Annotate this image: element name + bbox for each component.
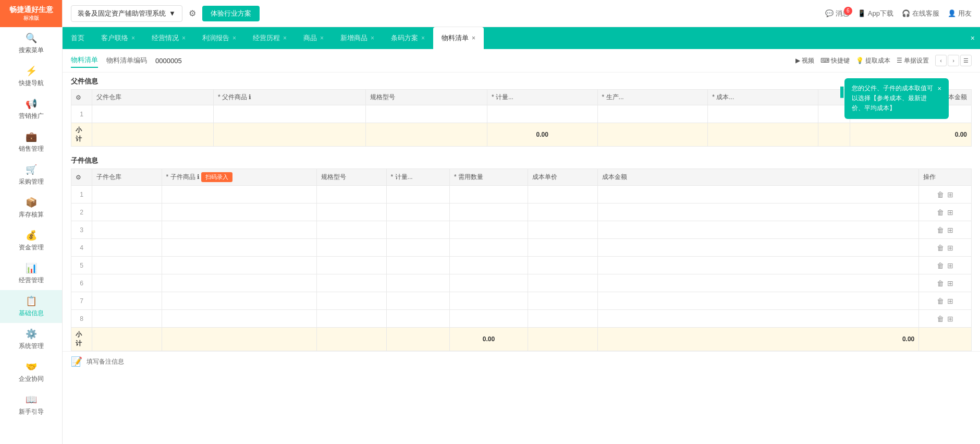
prev-arrow[interactable]: ‹ [935,55,947,66]
tab-history[interactable]: 经营历程 × [244,27,295,49]
delete-icon[interactable]: 🗑 [937,208,944,217]
sidebar-item-enterprise[interactable]: 🤝 企业协同 [0,356,62,389]
tab-close-icon[interactable]: × [472,34,475,42]
child-unit-cost-cell[interactable] [528,186,597,203]
child-goods-cell[interactable] [162,310,316,328]
child-goods-cell[interactable] [162,292,316,310]
parent-unit-cell[interactable] [487,105,597,123]
child-cost-amount-cell[interactable] [597,186,919,203]
child-goods-cell[interactable] [162,239,316,257]
child-warehouse-cell[interactable] [92,257,162,274]
child-qty-cell[interactable] [449,257,528,274]
single-settings-button[interactable]: ☰ 单据设置 [897,56,929,65]
child-unit-cell[interactable] [386,186,449,203]
child-unit-cell[interactable] [386,274,449,292]
child-unit-cost-cell[interactable] [528,274,597,292]
system-selector[interactable]: 装备及固定资产辅助管理系统 ▼ [71,5,182,22]
child-spec-cell[interactable] [316,221,386,239]
child-goods-cell[interactable] [162,221,316,239]
child-warehouse-cell[interactable] [92,221,162,239]
sidebar-item-finance[interactable]: 💰 资金管理 [0,224,62,257]
child-spec-cell[interactable] [316,239,386,257]
sidebar-item-inventory[interactable]: 📦 库存核算 [0,191,62,224]
sidebar-item-quick-nav[interactable]: ⚡ 快捷导航 [0,60,62,93]
tab-profit[interactable]: 利润报告 × [194,27,244,49]
extract-cost-button[interactable]: 💡 提取成本 [856,56,890,65]
sidebar-item-basic[interactable]: 📋 基础信息 [0,290,62,323]
delete-icon[interactable]: 🗑 [937,279,944,287]
copy-icon[interactable]: ⊞ [947,226,953,234]
child-goods-cell[interactable] [162,186,316,203]
tab-goods[interactable]: 商品 × [295,27,332,49]
sidebar-item-operation[interactable]: 📊 经营管理 [0,257,62,290]
child-col-settings[interactable]: ⚙ [71,169,92,186]
sidebar-item-guide[interactable]: 📖 新手引导 [0,389,62,422]
child-qty-cell[interactable] [449,239,528,257]
tooltip-close-button[interactable]: × [937,83,941,94]
child-spec-cell[interactable] [316,292,386,310]
child-unit-cell[interactable] [386,239,449,257]
child-goods-cell[interactable] [162,257,316,274]
child-unit-cost-cell[interactable] [528,257,597,274]
delete-icon[interactable]: 🗑 [937,226,944,234]
sidebar-item-search[interactable]: 🔍 搜索菜单 [0,27,62,60]
delete-icon[interactable]: 🗑 [937,297,944,305]
child-unit-cost-cell[interactable] [528,292,597,310]
copy-icon[interactable]: ⊞ [947,244,953,252]
child-unit-cell[interactable] [386,221,449,239]
child-unit-cost-cell[interactable] [528,239,597,257]
child-unit-cell[interactable] [386,257,449,274]
parent-production-cell[interactable] [597,105,708,123]
child-warehouse-cell[interactable] [92,310,162,328]
child-qty-cell[interactable] [449,274,528,292]
close-all-tabs-button[interactable]: × [965,34,980,42]
tab-close-icon[interactable]: × [320,34,324,42]
child-warehouse-cell[interactable] [92,274,162,292]
copy-icon[interactable]: ⊞ [947,208,953,217]
child-spec-cell[interactable] [316,310,386,328]
child-unit-cost-cell[interactable] [528,203,597,221]
online-service-button[interactable]: 🎧 在线客服 [902,9,939,18]
sidebar-item-sales[interactable]: 💼 销售管理 [0,126,62,159]
tab-operation[interactable]: 经营情况 × [143,27,194,49]
tab-close-icon[interactable]: × [182,34,186,42]
sub-tab-bom-code[interactable]: 物料清单编码 [106,54,147,67]
menu-arrow[interactable]: ☰ [960,55,972,66]
child-cost-amount-cell[interactable] [597,239,919,257]
child-cost-amount-cell[interactable] [597,221,919,239]
sidebar-item-system[interactable]: ⚙️ 系统管理 [0,323,62,356]
sidebar-item-purchase[interactable]: 🛒 采购管理 [0,159,62,191]
child-warehouse-cell[interactable] [92,292,162,310]
child-cost-amount-cell[interactable] [597,257,919,274]
parent-spec-cell[interactable] [365,105,487,123]
child-qty-cell[interactable] [449,186,528,203]
next-arrow[interactable]: › [948,55,959,66]
tab-bom[interactable]: 物料清单 × [433,27,484,49]
child-cost-amount-cell[interactable] [597,310,919,328]
child-warehouse-cell[interactable] [92,203,162,221]
experience-btn[interactable]: 体验行业方案 [202,6,260,21]
child-cost-amount-cell[interactable] [597,292,919,310]
child-warehouse-cell[interactable] [92,239,162,257]
child-unit-cell[interactable] [386,292,449,310]
tab-customer[interactable]: 客户联络 × [93,27,143,49]
child-spec-cell[interactable] [316,274,386,292]
parent-col-settings[interactable]: ⚙ [71,90,92,105]
delete-icon[interactable]: 🗑 [937,190,944,199]
app-download-button[interactable]: 📱 App下载 [858,9,893,18]
child-qty-cell[interactable] [449,292,528,310]
delete-icon[interactable]: 🗑 [937,315,944,323]
tab-close-icon[interactable]: × [371,34,374,42]
delete-icon[interactable]: 🗑 [937,261,944,270]
tab-new-goods[interactable]: 新增商品 × [332,27,383,49]
parent-warehouse-cell[interactable] [92,105,214,123]
tab-close-icon[interactable]: × [131,34,135,42]
shortcut-button[interactable]: ⌨ 快捷键 [820,56,850,65]
copy-icon[interactable]: ⊞ [947,279,953,287]
tab-close-icon[interactable]: × [232,34,236,42]
view-video-button[interactable]: ▶ 视频 [795,56,814,65]
child-goods-cell[interactable] [162,274,316,292]
child-spec-cell[interactable] [316,203,386,221]
copy-icon[interactable]: ⊞ [947,297,953,305]
parent-cost-cell[interactable] [708,105,818,123]
